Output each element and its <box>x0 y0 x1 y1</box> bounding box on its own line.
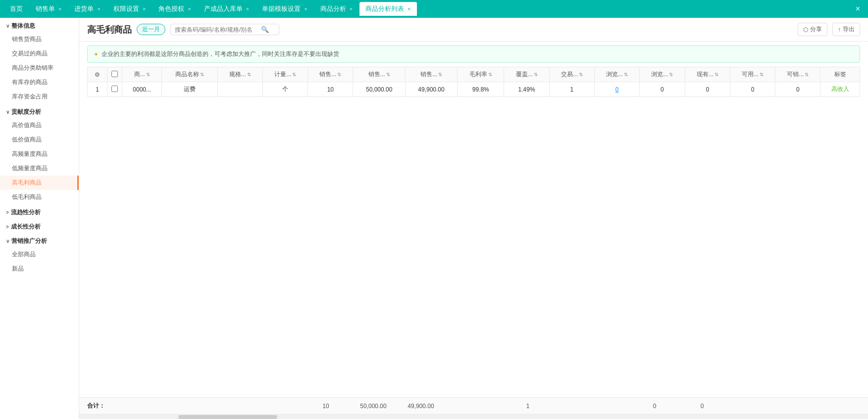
col-header-coverage[interactable]: 覆盖...⇅ <box>504 67 549 82</box>
sort-sales-amount-icon[interactable]: ⇅ <box>386 72 390 77</box>
col-header-browse1[interactable]: 浏览...⇅ <box>595 67 640 82</box>
col-header-gross-rate[interactable]: 毛利率⇅ <box>458 67 504 82</box>
close-template-tab[interactable]: × <box>304 6 307 12</box>
sidebar-item-high-value[interactable]: 高价值商品 <box>0 118 79 133</box>
sort-gross-icon[interactable]: ⇅ <box>488 72 492 77</box>
col-header-name[interactable]: 商品名称⇅ <box>162 67 217 82</box>
cell-sales-amount: 50,000.00 <box>353 82 405 97</box>
nav-item-template[interactable]: 单据模板设置 × <box>256 2 313 16</box>
sidebar-item-traded-goods[interactable]: 交易过的商品 <box>0 47 79 61</box>
sidebar-group-growth[interactable]: > 成长性分析 <box>0 219 79 233</box>
select-all-checkbox[interactable] <box>111 71 118 77</box>
info-banner: ✦ 企业的主要的利润都是这部分商品创造的，可考虑加大推广，同时关注库存是不要出现… <box>87 46 860 63</box>
bottom-scrollbar[interactable] <box>79 414 868 419</box>
col-header-tag[interactable]: 标签 <box>820 67 860 82</box>
sidebar-item-all-goods[interactable]: 全部商品 <box>0 247 79 262</box>
col-header-transactions[interactable]: 交易...⇅ <box>549 67 594 82</box>
col-header-available[interactable]: 可用...⇅ <box>730 67 775 82</box>
close-sales-tab[interactable]: × <box>58 6 61 12</box>
scrollbar-thumb[interactable] <box>178 415 277 419</box>
sidebar-collapse-btn[interactable]: 《 <box>79 209 79 229</box>
export-button[interactable]: ↑ 导出 <box>832 23 860 36</box>
share-icon: ⬡ <box>803 26 808 33</box>
sort-code-icon[interactable]: ⇅ <box>146 72 150 77</box>
sort-current-stock-icon[interactable]: ⇅ <box>715 72 718 77</box>
close-permission-tab[interactable]: × <box>143 6 146 12</box>
search-input[interactable] <box>175 26 259 33</box>
sort-browse2-icon[interactable]: ⇅ <box>669 72 673 77</box>
col-header-setting[interactable]: ⚙ <box>88 67 107 82</box>
row-checkbox[interactable] <box>111 86 118 92</box>
sort-sellable-icon[interactable]: ⇅ <box>805 72 809 77</box>
nav-item-role[interactable]: 角色授权 × <box>153 2 197 16</box>
filter-tag-month[interactable]: 近一月 <box>137 24 165 35</box>
sidebar-item-high-freq[interactable]: 高频量度商品 <box>0 147 79 161</box>
close-product-analysis-list-tab[interactable]: × <box>408 6 410 12</box>
cell-browse1[interactable]: 0 <box>595 82 640 97</box>
col-header-checkbox[interactable] <box>107 67 122 82</box>
sort-coverage-icon[interactable]: ⇅ <box>534 72 538 77</box>
sort-unit-icon[interactable]: ⇅ <box>292 72 296 77</box>
top-nav: 首页 销售单 × 进货单 × 权限设置 × 角色授权 × 产成品入库单 × 单据… <box>0 0 868 18</box>
sidebar-item-high-margin[interactable]: 高毛利商品 <box>0 176 79 190</box>
sidebar-group-contribution[interactable]: ∨ 贡献度分析 <box>0 104 79 118</box>
cell-unit: 个 <box>262 82 307 97</box>
col-header-sales-qty[interactable]: 销售...⇅ <box>308 67 353 82</box>
cell-browse2: 0 <box>640 82 685 97</box>
sort-name-icon[interactable]: ⇅ <box>200 72 204 77</box>
cell-spec <box>217 82 262 97</box>
sort-sales-qty-icon[interactable]: ⇅ <box>337 72 341 77</box>
search-box[interactable]: 🔍 <box>170 24 279 35</box>
sidebar-item-low-value[interactable]: 低价值商品 <box>0 133 79 147</box>
nav-item-product-in[interactable]: 产成品入库单 × <box>198 2 255 16</box>
sidebar-item-stock-capital[interactable]: 库存资金占用 <box>0 90 79 104</box>
sidebar-group-trend[interactable]: > 流趋性分析 <box>0 204 79 219</box>
search-icon[interactable]: 🔍 <box>261 26 269 33</box>
col-header-code[interactable]: 商...⇅ <box>122 67 162 82</box>
col-header-sales-amount[interactable]: 销售...⇅ <box>353 67 405 82</box>
footer-total-label: 合计： <box>87 402 105 410</box>
sidebar-item-low-freq[interactable]: 低频量度商品 <box>0 161 79 176</box>
nav-item-product-analysis-list[interactable]: 商品分析列表 × <box>359 2 416 16</box>
col-header-sales-cost[interactable]: 销售...⇅ <box>405 67 457 82</box>
nav-item-product-analysis[interactable]: 商品分析 × <box>314 2 358 16</box>
export-icon: ↑ <box>838 26 841 33</box>
col-header-sellable[interactable]: 可销...⇅ <box>775 67 820 82</box>
col-header-current-stock[interactable]: 现有...⇅ <box>685 67 730 82</box>
nav-item-home[interactable]: 首页 <box>4 2 29 16</box>
col-header-spec[interactable]: 规格...⇅ <box>217 67 262 82</box>
arrow-growth-icon: > <box>6 224 9 230</box>
content-header: 高毛利商品 近一月 🔍 ⬡ 分享 ↑ 导出 <box>79 18 868 42</box>
nav-item-sales[interactable]: 销售单 × <box>30 2 67 16</box>
close-role-tab[interactable]: × <box>188 6 191 12</box>
cell-num: 1 <box>88 82 107 97</box>
sidebar-item-in-stock[interactable]: 有库存的商品 <box>0 75 79 90</box>
nav-item-purchase[interactable]: 进货单 × <box>68 2 106 16</box>
close-product-in-tab[interactable]: × <box>246 6 249 12</box>
data-table: ⚙ 商...⇅ 商品名称⇅ 规格...⇅ <box>87 67 860 97</box>
sidebar-item-low-margin[interactable]: 低毛利商品 <box>0 190 79 204</box>
close-product-analysis-tab[interactable]: × <box>350 6 353 12</box>
close-purchase-tab[interactable]: × <box>97 6 100 12</box>
sidebar-group-marketing[interactable]: ∨ 营销推广分析 <box>0 233 79 247</box>
nav-item-permission[interactable]: 权限设置 × <box>107 2 152 16</box>
cell-coverage: 1.49% <box>504 82 549 97</box>
close-all-btn[interactable]: × <box>852 4 864 13</box>
sort-sales-cost-icon[interactable]: ⇅ <box>438 72 442 77</box>
sort-transactions-icon[interactable]: ⇅ <box>579 72 583 77</box>
col-header-browse2[interactable]: 浏览...⇅ <box>640 67 685 82</box>
sidebar-item-new-goods[interactable]: 新品 <box>0 262 79 276</box>
sort-spec-icon[interactable]: ⇅ <box>247 72 251 77</box>
share-button[interactable]: ⬡ 分享 <box>798 23 827 36</box>
cell-sales-cost: 49,900.00 <box>405 82 457 97</box>
cell-checkbox[interactable] <box>107 82 122 97</box>
footer-available: 0 <box>682 403 722 410</box>
sidebar-item-category-rate[interactable]: 商品分类助销率 <box>0 61 79 75</box>
info-icon: ✦ <box>94 51 99 58</box>
content-area: 高毛利商品 近一月 🔍 ⬡ 分享 ↑ 导出 ✦ 企业的主要的利润都是这部分商品创… <box>79 18 868 419</box>
sort-available-icon[interactable]: ⇅ <box>760 72 764 77</box>
sidebar-item-sales-goods[interactable]: 销售货商品 <box>0 32 79 47</box>
col-header-unit[interactable]: 计量...⇅ <box>262 67 307 82</box>
sidebar-group-overall[interactable]: ∨ 整体信息 <box>0 18 79 32</box>
sort-browse1-icon[interactable]: ⇅ <box>624 72 628 77</box>
